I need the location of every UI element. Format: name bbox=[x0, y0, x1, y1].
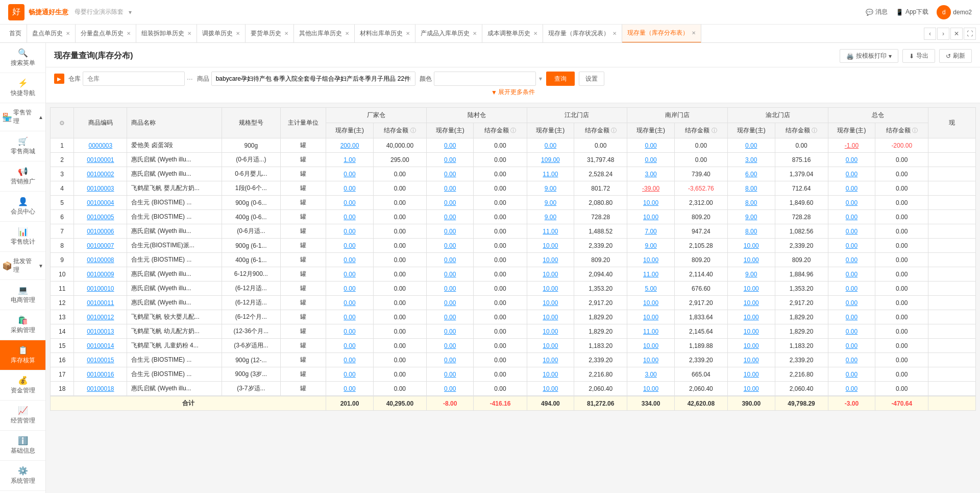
tab-inventory-count[interactable]: 盘点单历史 ✕ bbox=[27, 25, 76, 43]
cell-nanan-amt: 665.04 bbox=[674, 367, 727, 382]
cell-lushan-amt: 0.00 bbox=[474, 181, 527, 196]
tab-combo-disassembly[interactable]: 组装拆卸单历史 ✕ bbox=[136, 25, 197, 43]
tab-next-btn[interactable]: › bbox=[937, 28, 949, 40]
cell-unit: 罐 bbox=[281, 167, 326, 181]
cell-jiangbei-amt: 2,339.20 bbox=[574, 239, 627, 253]
print-btn[interactable]: 🖨️ 按模板打印 ▾ bbox=[840, 49, 898, 63]
tab-requisition[interactable]: 要货单历史 ✕ bbox=[246, 25, 294, 43]
cell-lushan-qty: 0.00 bbox=[426, 339, 474, 353]
sidebar-item-ecommerce[interactable]: 💻 电商管理 bbox=[0, 280, 45, 310]
sidebar-item-member[interactable]: 👤 会员中心 bbox=[0, 192, 45, 222]
tab-close-btn[interactable]: ✕ bbox=[950, 28, 963, 40]
cell-jiangbei-amt: 801.72 bbox=[574, 181, 627, 196]
tab-cost-adjust[interactable]: 成本调整单历史 ✕ bbox=[482, 25, 543, 43]
sidebar-item-basic-info[interactable]: ℹ️ 基础信息 bbox=[0, 431, 45, 461]
sidebar-item-retail-store[interactable]: 🛒 零售商城 bbox=[0, 131, 45, 161]
th-factory-qty: 现存量(主) bbox=[326, 123, 374, 138]
cell-no: 3 bbox=[51, 167, 74, 181]
sidebar-item-shortcuts[interactable]: ⚡ 快捷导航 bbox=[0, 73, 45, 103]
cell-jiangbei-amt: 1,829.20 bbox=[574, 324, 627, 339]
summary-factory-qty: 201.00 bbox=[326, 396, 374, 411]
sidebar-item-wholesale[interactable]: 📦 批发管理 ▼ bbox=[0, 252, 45, 280]
color-input[interactable] bbox=[434, 72, 536, 86]
close-icon[interactable]: ✕ bbox=[66, 31, 70, 36]
table-row: 12 00100011 惠氏启赋 (Wyeth illu... (6-12月适.… bbox=[51, 296, 976, 310]
cell-jiangbei-amt: 728.28 bbox=[574, 210, 627, 224]
goods-label: 商品 bbox=[197, 75, 209, 83]
system-icon: ⚙️ bbox=[18, 466, 28, 476]
th-jiangbei-qty: 现存量(主) bbox=[527, 123, 574, 138]
summary-nanan-amt: 42,620.08 bbox=[674, 396, 727, 411]
tab-stock-status[interactable]: 现存量（库存状况表） ✕ bbox=[543, 25, 622, 43]
summary-lushan-qty: -8.00 bbox=[426, 396, 474, 411]
sidebar-item-purchase[interactable]: 🛍️ 采购管理 bbox=[0, 310, 45, 340]
tab-expand-btn[interactable]: ⛶ bbox=[964, 28, 976, 40]
sidebar-item-retail-mgmt[interactable]: 🏪 零售管理 ▲ bbox=[0, 103, 45, 131]
cell-nanan-qty: 11.00 bbox=[627, 324, 675, 339]
close-icon[interactable]: ✕ bbox=[692, 30, 696, 36]
close-icon[interactable]: ✕ bbox=[284, 31, 288, 36]
sidebar-item-search[interactable]: 🔍 搜索英单 bbox=[0, 43, 45, 73]
th-lushan-wh: 陆村仓 bbox=[426, 108, 527, 123]
tab-stock-dist[interactable]: 现存量（库存分布表） ✕ bbox=[622, 25, 701, 43]
user-area[interactable]: d demo2 bbox=[937, 5, 972, 19]
tab-finished-in[interactable]: 产成品入库单历史 ✕ bbox=[415, 25, 482, 43]
settings-btn[interactable]: 设置 bbox=[579, 72, 604, 86]
summary-total-amt: -470.64 bbox=[875, 396, 928, 411]
sidebar-item-retail-stats[interactable]: 📊 零售统计 bbox=[0, 222, 45, 252]
tab-sub-inventory[interactable]: 分量盘点单历史 ✕ bbox=[76, 25, 136, 43]
sidebar-item-inventory[interactable]: 📋 库存核算 bbox=[0, 340, 45, 370]
tab-transfer[interactable]: 调拨单历史 ✕ bbox=[197, 25, 246, 43]
tab-prev-btn[interactable]: ‹ bbox=[924, 28, 936, 40]
close-icon[interactable]: ✕ bbox=[406, 31, 410, 36]
tab-material-out[interactable]: 材料出库单历史 ✕ bbox=[355, 25, 415, 43]
sidebar-item-operations[interactable]: 📈 经营管理 bbox=[0, 401, 45, 431]
cell-current bbox=[928, 324, 976, 339]
query-btn[interactable]: 查询 bbox=[546, 72, 575, 86]
sidebar-item-finance[interactable]: 💰 资金管理 bbox=[0, 370, 45, 401]
cell-yubeimen-amt: 875.16 bbox=[775, 153, 828, 167]
app-download-btn[interactable]: 📱 App下载 bbox=[896, 8, 928, 16]
close-icon[interactable]: ✕ bbox=[345, 31, 349, 36]
sidebar-item-enterprise-collab[interactable]: 🤝 企业协同 bbox=[0, 491, 45, 493]
close-icon[interactable]: ✕ bbox=[612, 31, 617, 36]
goods-input[interactable] bbox=[211, 72, 415, 86]
logo-text: 畅捷通好生意 bbox=[29, 8, 68, 17]
cell-factory-qty: 0.00 bbox=[326, 296, 374, 310]
th-spec: 规格型号 bbox=[222, 108, 281, 138]
cell-nanan-amt: 809.20 bbox=[674, 210, 727, 224]
close-icon[interactable]: ✕ bbox=[473, 31, 477, 36]
tab-other-out[interactable]: 其他出库单历史 ✕ bbox=[294, 25, 355, 43]
cell-yubeimen-amt: 712.64 bbox=[775, 181, 828, 196]
refresh-btn[interactable]: ↺ 刷新 bbox=[939, 49, 972, 63]
cell-factory-amt: 0.00 bbox=[373, 167, 426, 181]
cell-jiangbei-qty: 10.00 bbox=[527, 382, 574, 396]
collapse-btn[interactable]: ▶ bbox=[54, 74, 64, 84]
close-icon[interactable]: ✕ bbox=[236, 31, 240, 36]
close-icon[interactable]: ✕ bbox=[127, 31, 131, 36]
sidebar-item-system[interactable]: ⚙️ 系统管理 bbox=[0, 461, 45, 491]
logo-icon: 好 bbox=[8, 4, 24, 20]
th-factory-amt: 结存金额 ⓘ bbox=[373, 123, 426, 138]
export-btn[interactable]: ⬇ 导出 bbox=[902, 49, 935, 63]
close-icon[interactable]: ✕ bbox=[533, 31, 537, 36]
color-field: 颜色 ▾ bbox=[420, 72, 542, 86]
warehouse-input[interactable] bbox=[83, 72, 185, 86]
cell-jiangbei-amt: 2,917.20 bbox=[574, 296, 627, 310]
expand-conditions-btn[interactable]: ▼ 展开更多条件 bbox=[491, 88, 535, 97]
sidebar-item-marketing[interactable]: 📢 营销推广 bbox=[0, 161, 45, 192]
close-icon[interactable]: ✕ bbox=[187, 31, 191, 36]
cell-jiangbei-amt: 2,080.80 bbox=[574, 196, 627, 210]
cell-jiangbei-amt: 1,353.20 bbox=[574, 281, 627, 296]
cell-nanan-amt: 2,060.40 bbox=[674, 382, 727, 396]
cell-lushan-amt: 0.00 bbox=[474, 196, 527, 210]
tab-home[interactable]: 首页 bbox=[4, 25, 27, 43]
cell-no: 15 bbox=[51, 339, 74, 353]
topbar-right: 💬 消息 📱 App下载 d demo2 bbox=[866, 5, 972, 19]
messages-btn[interactable]: 💬 消息 bbox=[866, 8, 888, 16]
summary-yubeimen-amt: 49,798.29 bbox=[775, 396, 828, 411]
cell-no: 6 bbox=[51, 210, 74, 224]
cell-yubeimen-amt: 2,339.20 bbox=[775, 239, 828, 253]
warehouse-more-btn[interactable]: ··· bbox=[187, 75, 193, 83]
cell-no: 4 bbox=[51, 181, 74, 196]
